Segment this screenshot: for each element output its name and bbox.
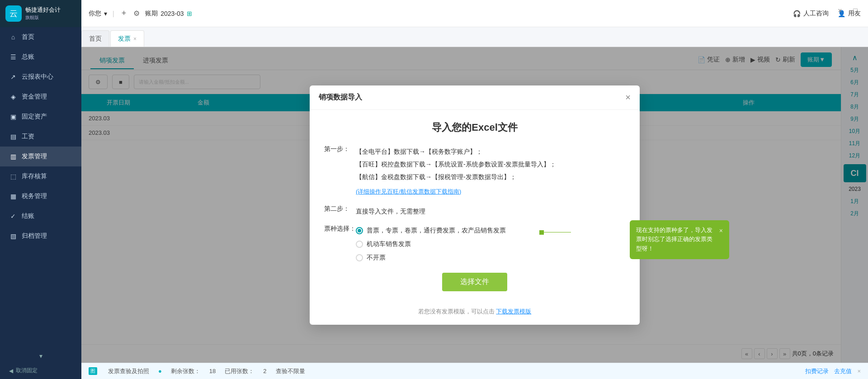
step1-content: 【全电平台】数据下载→【税务数字账户】； 【百旺】税控盘数据下载→【系统设置-系… [356,145,625,198]
step1-line2: 【百旺】税控盘数据下载→【系统设置-系统参数设置-发票批量导入】； [356,158,625,171]
sidebar-scroll-down[interactable]: ▾ [0,350,81,362]
tabbar: 首页 发票 × [81,27,868,47]
logo-icon: 云 [5,5,22,22]
step1-guide-link[interactable]: (详细操作见百旺/航信发票数据下载指南) [356,188,461,195]
go-charge-link[interactable]: 去充值 [834,367,852,375]
sidebar-item-ledger[interactable]: ☰ 总账 [0,47,81,67]
modal-footer: 若您没有发票模版，可以点击 下载发票模版 [310,308,640,325]
tooltip-dot [539,230,544,235]
calendar-icon[interactable]: ⊞ [187,10,192,17]
sidebar-item-invoice[interactable]: ▥ 发票管理 [0,147,81,166]
remaining-value: 18 [209,368,216,374]
speaker-icon: ◀ [9,368,13,374]
tab-invoice[interactable]: 发票 × [110,30,144,47]
doc-icon: 图 [89,367,97,375]
select-file-button[interactable]: 选择文件 [442,273,507,291]
topbar: 你您 ▾ | + ⚙ 账期 2023-03 ⊞ 🎧 人工咨询 👤 用友 [81,0,868,27]
asset-icon: ▣ [9,113,17,121]
tab-home-label: 首页 [89,35,102,43]
sidebar-item-label: 固定资产 [22,113,47,121]
used-value: 2 [263,368,266,374]
sidebar-item-label: 税务管理 [22,192,47,200]
sidebar-item-archive[interactable]: ▧ 归档管理 [0,226,81,246]
sidebar-item-label: 资金管理 [22,93,47,101]
recharge-record-link[interactable]: 扣费记录 [805,367,829,375]
window-maximize-btn[interactable]: □ [850,5,861,16]
used-label: 已用张数： [225,367,254,375]
radio-no-label: 不开票 [367,254,386,262]
tooltip-bubble: × 现在支持的票种多了，导入发票时别忘了选择正确的发票类型呀！ [630,220,729,259]
radio-no-ticket[interactable]: 不开票 [356,254,506,262]
topbar-separator: | [113,10,114,17]
logo-sub: 旗舰版 [25,14,61,21]
content-area: 销项发票 进项发票 📄 凭证 ⊕ 新增 [81,47,868,363]
sidebar-item-settle[interactable]: ✓ 结账 [0,206,81,226]
headset-icon: 🎧 [793,10,801,17]
radio-normal-ticket[interactable]: 普票，专票，卷票，通行费发票，农产品销售发票 [356,227,506,235]
tooltip-line [544,232,571,233]
tooltip-connector [539,230,571,235]
sidebar-item-label: 工资 [22,133,34,141]
radio-vehicle-ticket[interactable]: 机动车销售发票 [356,240,506,248]
sidebar-item-home[interactable]: ⌂ 首页 [0,27,81,47]
step2-label: 第二步： [324,205,356,218]
sidebar-item-inventory[interactable]: ⬚ 库存核算 [0,166,81,186]
radio-normal-label: 普票，专票，卷票，通行费发票，农产品销售发票 [367,227,506,235]
archive-icon: ▧ [9,232,17,240]
salary-icon: ▤ [9,133,17,141]
window-controls: × □ [835,5,861,16]
chevron-down-icon: ▾ [104,10,107,17]
sidebar-unpin-btn[interactable]: ◀ 取消固定 [0,362,81,379]
sidebar-item-label: 总账 [22,53,34,61]
window-close-btn[interactable]: × [835,5,845,16]
tooltip-close-btn[interactable]: × [719,226,723,236]
ticket-type-label: 票种选择： [324,225,356,262]
status-bar-right: 扣费记录 去充值 × [805,367,861,375]
ticket-type-row: 票种选择： 普票，专票，卷票，通行费发票，农产品销售发票 机动车销售发票 [324,225,625,262]
modal-close-button[interactable]: × [625,93,631,102]
sidebar-item-report[interactable]: ↗ 云报表中心 [0,67,81,87]
status-bar-close[interactable]: × [857,368,861,374]
report-icon: ↗ [9,73,17,81]
step1-label: 第一步： [324,145,356,198]
home-icon: ⌂ [9,33,17,41]
period-value: 2023-03 [160,10,184,17]
sidebar-logo: 云 畅捷通好会计 旗舰版 [0,0,81,27]
service-button[interactable]: 🎧 人工咨询 [793,9,829,18]
sidebar: 云 畅捷通好会计 旗舰版 ⌂ 首页 ☰ 总账 ↗ 云报表中心 ◈ 资金管理 [0,0,81,379]
import-modal: 销项数据导入 × 导入您的Excel文件 第一步： 【全电平台】数据下载→【税务… [310,85,640,325]
sidebar-item-asset[interactable]: ▣ 固定资产 [0,107,81,127]
period-display: 账期 2023-03 ⊞ [145,9,192,18]
main-area: 你您 ▾ | + ⚙ 账期 2023-03 ⊞ 🎧 人工咨询 👤 用友 [81,0,868,379]
sidebar-item-salary[interactable]: ▤ 工资 [0,127,81,147]
footer-text: 若您没有发票模版，可以点击 [418,308,495,315]
step2-row: 第二步： 直接导入文件，无需整理 [324,205,625,218]
sidebar-item-fund[interactable]: ◈ 资金管理 [0,87,81,107]
step1-line1: 【全电平台】数据下载→【税务数字账户】； [356,145,625,158]
inventory-icon: ⬚ [9,172,17,180]
add-tab-button[interactable]: + [120,7,128,20]
company-name: 你您 [89,9,101,18]
invoice-icon: ▥ [9,152,17,161]
sidebar-nav: ⌂ 首页 ☰ 总账 ↗ 云报表中心 ◈ 资金管理 ▣ 固定资产 ▤ 工资 [0,27,81,350]
select-file-row: 选择文件 [324,273,625,291]
sidebar-item-label: 发票管理 [22,152,47,161]
sidebar-item-label: 云报表中心 [22,73,53,81]
download-template-link[interactable]: 下载发票模版 [496,308,531,315]
company-selector[interactable]: 你您 ▾ [89,9,107,18]
logo-name: 畅捷通好会计 [25,6,61,14]
settings-icon[interactable]: ⚙ [133,9,140,18]
sidebar-item-label: 库存核算 [22,172,47,180]
radio-circle-normal [356,227,363,234]
modal-body: 导入您的Excel文件 第一步： 【全电平台】数据下载→【税务数字账户】； 【百… [310,110,640,308]
service-status-dot: ● [158,368,162,374]
tab-home[interactable]: 首页 [81,30,109,47]
ledger-icon: ☰ [9,53,17,61]
tab-invoice-close[interactable]: × [133,36,137,42]
step2-content: 直接导入文件，无需整理 [356,205,625,218]
sidebar-bottom-label: 取消固定 [16,367,38,374]
ticket-radio-group: 普票，专票，卷票，通行费发票，农产品销售发票 机动车销售发票 不开票 [356,227,506,262]
settle-icon: ✓ [9,212,17,220]
sidebar-item-tax[interactable]: ▦ 税务管理 [0,186,81,206]
sidebar-item-label: 结账 [22,212,34,220]
